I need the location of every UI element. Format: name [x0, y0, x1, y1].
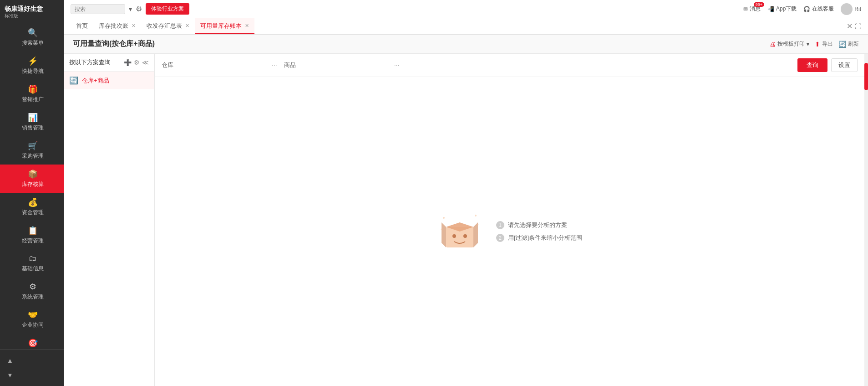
gift-icon: 🎁	[28, 84, 38, 94]
sidebar-item-search[interactable]: 🔍 搜索菜单	[0, 23, 64, 51]
message-item[interactable]: ✉ 消息 99+	[743, 5, 761, 13]
online-service-label: 在线客服	[812, 5, 834, 13]
app-download-label: App下载	[776, 5, 797, 13]
topbar: ▾ ⚙ 体验行业方案 ✉ 消息 99+ 📲 App下载 🎧 在线客服 Rit	[64, 0, 868, 18]
handshake-icon: 🤝	[28, 310, 38, 320]
export-button[interactable]: ⬆ 导出	[815, 40, 833, 48]
sidebar-item-purchase[interactable]: 🛒 采购管理	[0, 136, 64, 165]
message-badge: 99+	[754, 2, 764, 7]
warehouse-more-icon[interactable]: ···	[272, 62, 277, 69]
shortcut-icon: ⚡	[28, 56, 38, 66]
sidebar-item-finance[interactable]: 💰 资金管理	[0, 193, 64, 221]
sidebar-item-label: 采购管理	[22, 152, 44, 160]
sidebar-item-shortcut[interactable]: ⚡ 快捷导航	[0, 51, 64, 80]
search-input[interactable]	[71, 4, 125, 14]
tip-text-1: 请先选择要分析的方案	[508, 221, 567, 229]
export-icon: ⬆	[815, 41, 820, 48]
box-icon: 📦	[28, 169, 38, 179]
tab-summary[interactable]: 收发存汇总表 ✕	[141, 18, 195, 34]
scrollbar-thumb	[864, 63, 868, 90]
scheme-panel-actions: ➕ ⚙ ≪	[124, 59, 149, 66]
empty-state-content: 1 请先选择要分析的方案 2 用[过滤]条件来缩小分析范围	[437, 209, 582, 254]
sidebar-scroll-up[interactable]: ▲	[0, 353, 64, 368]
cart-icon: 🛒	[28, 141, 38, 151]
sidebar-item-sales[interactable]: 📊 销售管理	[0, 108, 64, 136]
topbar-left: ▾ ⚙ 体验行业方案	[71, 3, 189, 15]
warehouse-input[interactable]	[177, 60, 268, 70]
topbar-right: ✉ 消息 99+ 📲 App下载 🎧 在线客服 Rit	[743, 3, 861, 15]
svg-point-6	[443, 217, 445, 219]
product-filter-group: 商品 ···	[284, 60, 400, 70]
page-title: 可用量查询(按仓库+商品)	[73, 39, 155, 49]
right-scrollbar[interactable]	[864, 54, 868, 386]
tab-summary-close[interactable]: ✕	[185, 23, 189, 29]
sidebar-item-basic[interactable]: 🗂 基础信息	[0, 249, 64, 277]
tab-batch-label: 库存批次账	[99, 22, 128, 30]
user-name: Rit	[854, 6, 861, 12]
sidebar-item-label: 资金管理	[22, 209, 44, 216]
online-service-item[interactable]: 🎧 在线客服	[803, 5, 834, 13]
gear-icon: ⚙	[29, 282, 36, 292]
product-more-icon[interactable]: ···	[394, 62, 400, 69]
tabbar-close-button[interactable]: ✕	[847, 22, 853, 31]
warehouse-filter-group: 仓库 ···	[162, 60, 277, 70]
chart-icon: 📊	[28, 113, 38, 123]
svg-marker-3	[473, 222, 478, 247]
refresh-button[interactable]: 🔄 刷新	[838, 40, 859, 48]
content-area: 按以下方案查询 ➕ ⚙ ≪ 🔄 仓库+商品 仓库 ···	[64, 54, 868, 386]
print-button[interactable]: 🖨 按模板打印 ▾	[769, 40, 809, 48]
sidebar-item-marketing[interactable]: 🎁 营销推广	[0, 80, 64, 108]
query-button[interactable]: 查询	[797, 58, 827, 72]
sidebar-item-inventory[interactable]: 📦 库存核算	[0, 165, 64, 193]
app-download-item[interactable]: 📲 App下载	[767, 5, 797, 13]
tab-home[interactable]: 首页	[71, 18, 93, 34]
sidebar-item-enterprise[interactable]: 🤝 企业协同	[0, 305, 64, 334]
sidebar-item-system[interactable]: ⚙ 系统管理	[0, 277, 64, 305]
filter-settings-button[interactable]: 设置	[831, 58, 858, 72]
app-version: 标准版	[5, 13, 59, 19]
tab-available-close[interactable]: ✕	[245, 23, 249, 29]
tab-batch-close[interactable]: ✕	[132, 23, 136, 29]
empty-tip-2: 2 用[过滤]条件来缩小分析范围	[496, 234, 582, 242]
refresh-icon: 🔄	[838, 41, 846, 48]
up-icon: ▲	[7, 357, 13, 364]
scheme-settings-button[interactable]: ⚙	[134, 59, 140, 66]
scheme-item-warehouse-product[interactable]: 🔄 仓库+商品	[64, 72, 154, 89]
sidebar-item-label: 营销推广	[22, 96, 44, 103]
sidebar-item-label: 销售管理	[22, 124, 44, 132]
tab-batch[interactable]: 库存批次账 ✕	[93, 18, 141, 34]
svg-point-7	[475, 215, 477, 216]
svg-point-8	[477, 224, 478, 226]
target-icon: 🎯	[28, 338, 38, 348]
sidebar-scroll-down[interactable]: ▼	[0, 368, 64, 382]
svg-point-5	[463, 234, 467, 238]
service-icon: 🎧	[803, 6, 810, 12]
empty-illustration	[437, 209, 482, 254]
tabbar-right: ✕ ⛶	[847, 18, 861, 34]
sidebar-item-operation[interactable]: 📋 经营管理	[0, 221, 64, 249]
sidebar-item-label: 企业协同	[22, 321, 44, 329]
settings-icon-btn[interactable]: ⚙	[136, 5, 142, 13]
sidebar-bottom: ▲ ▼	[0, 349, 64, 386]
sidebar-item-label: 库存核算	[22, 180, 44, 188]
tip-text-2: 用[过滤]条件来缩小分析范围	[508, 234, 582, 242]
dropdown-btn[interactable]: ▾	[129, 5, 132, 13]
scheme-add-button[interactable]: ➕	[124, 59, 132, 66]
tab-available[interactable]: 可用量库存账本 ✕	[195, 18, 254, 34]
product-input[interactable]	[299, 60, 391, 70]
scheme-panel: 按以下方案查询 ➕ ⚙ ≪ 🔄 仓库+商品	[64, 54, 155, 386]
user-profile[interactable]: Rit	[841, 3, 861, 15]
main-container: ▾ ⚙ 体验行业方案 ✉ 消息 99+ 📲 App下载 🎧 在线客服 Rit	[64, 0, 868, 386]
tabbar-expand-button[interactable]: ⛶	[855, 23, 861, 30]
tabbar: 首页 库存批次账 ✕ 收发存汇总表 ✕ 可用量库存账本 ✕ ✕ ⛶	[64, 18, 868, 35]
refresh-label: 刷新	[848, 40, 859, 48]
app-name: 畅康通好生意	[5, 5, 59, 13]
message-icon: ✉	[743, 6, 748, 12]
sidebar-item-newbie[interactable]: 🎯 新手引导	[0, 334, 64, 349]
download-icon: 📲	[767, 6, 774, 12]
filter-actions: 查询 设置	[797, 58, 858, 72]
main-area: 仓库 ··· 商品 ··· 查询 设置	[155, 54, 864, 386]
sidebar-item-label: 系统管理	[22, 293, 44, 301]
trial-industry-button[interactable]: 体验行业方案	[146, 3, 189, 15]
scheme-collapse-button[interactable]: ≪	[142, 59, 149, 66]
